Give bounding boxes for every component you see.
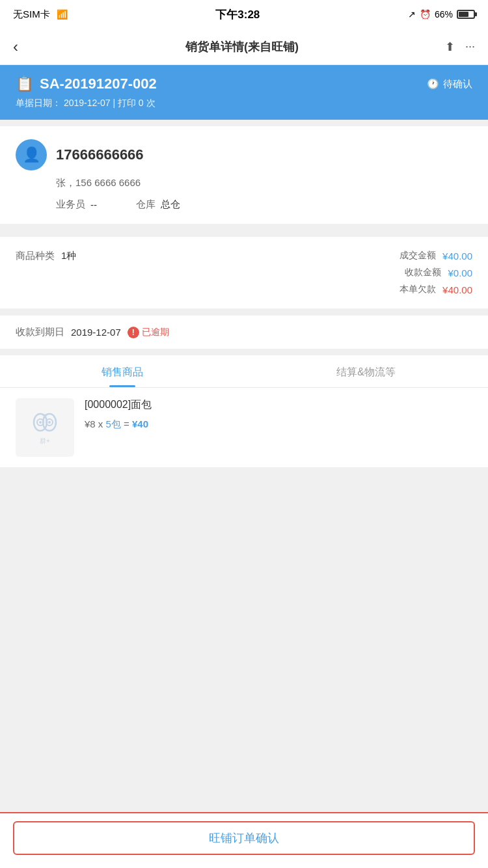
summary-section: 商品种类 1种 成交金额 ¥40.00 收款金额 ¥0.00 本单欠款 ¥40.…	[0, 237, 488, 308]
warehouse-label: 仓库	[136, 198, 156, 211]
status-left: 无SIM卡 📶	[13, 8, 68, 21]
wifi-icon: 📶	[57, 9, 68, 20]
balance-row: 本单欠款 ¥40.00	[400, 284, 472, 295]
qty-value: 5包	[106, 418, 121, 429]
customer-row: 👤 17666666666	[16, 139, 472, 170]
product-types-value: 1种	[61, 250, 76, 262]
total-value: ¥40	[132, 418, 148, 429]
order-id-row: 📋 SA-20191207-002 🕐 待确认	[16, 75, 472, 92]
order-date: 单据日期： 2019-12-07 | 打印 0 次	[16, 98, 472, 109]
price-value: ¥8	[85, 418, 96, 429]
content-area	[0, 467, 488, 610]
page-title: 销货单详情(来自旺铺)	[185, 39, 299, 55]
status-bar: 无SIM卡 📶 下午3:28 ↗ ⏰ 66%	[0, 0, 488, 29]
summary-left: 商品种类 1种	[16, 250, 76, 262]
summary-right: 成交金额 ¥40.00 收款金额 ¥0.00 本单欠款 ¥40.00	[400, 250, 472, 295]
alarm-icon: ⏰	[420, 9, 431, 20]
due-date-section: 收款到期日 2019-12-07 ! 已逾期	[0, 316, 488, 349]
order-id: 📋 SA-20191207-002	[16, 75, 157, 92]
tab-settlement[interactable]: 结算&物流等	[244, 355, 488, 387]
received-amount-row: 收款金额 ¥0.00	[405, 267, 472, 278]
brand-label: 群+	[40, 437, 50, 446]
deal-amount-label: 成交金额	[400, 250, 436, 262]
svg-point-4	[39, 421, 42, 424]
order-banner: 📋 SA-20191207-002 🕐 待确认 单据日期： 2019-12-07…	[0, 65, 488, 120]
divider-1	[0, 224, 488, 230]
overdue-icon: !	[128, 327, 139, 338]
tab-products[interactable]: 销售商品	[0, 355, 244, 387]
status-right: ↗ ⏰ 66%	[408, 9, 475, 20]
customer-meta: 业务员 -- 仓库 总仓	[56, 198, 472, 211]
status-clock-icon: 🕐	[427, 78, 439, 90]
received-label: 收款金额	[405, 267, 441, 278]
battery-icon	[457, 10, 475, 19]
salesman-value: --	[90, 199, 97, 210]
bottom-bar: 旺铺订单确认	[0, 812, 488, 868]
owl-logo-icon	[29, 409, 61, 435]
confirm-button[interactable]: 旺铺订单确认	[13, 821, 475, 855]
salesman-label: 业务员	[56, 198, 85, 211]
warehouse-item: 仓库 总仓	[136, 198, 180, 211]
status-time: 下午3:28	[215, 7, 260, 22]
nav-bar: ‹ 销货单详情(来自旺铺) ⬆ ···	[0, 29, 488, 65]
product-thumbnail: 群+	[16, 398, 74, 457]
product-item: 群+ [0000002]面包 ¥8 x 5包 = ¥40	[16, 398, 472, 457]
overdue-text: 已逾期	[142, 327, 169, 338]
received-value: ¥0.00	[448, 267, 472, 278]
order-id-icon: 📋	[16, 75, 33, 92]
customer-section: 👤 17666666666 张，156 6666 6666 业务员 -- 仓库 …	[0, 126, 488, 224]
product-types-row: 商品种类 1种	[16, 250, 76, 262]
balance-label: 本单欠款	[400, 284, 436, 295]
product-types-label: 商品种类	[16, 250, 55, 262]
balance-value: ¥40.00	[442, 284, 472, 295]
product-list: 群+ [0000002]面包 ¥8 x 5包 = ¥40	[0, 388, 488, 467]
carrier-label: 无SIM卡	[13, 8, 50, 21]
avatar: 👤	[16, 139, 47, 170]
warehouse-value: 总仓	[161, 198, 180, 211]
due-date-label: 收款到期日	[16, 326, 64, 338]
overdue-badge: ! 已逾期	[128, 327, 169, 338]
tab-section: 销售商品 结算&物流等 群+	[0, 355, 488, 467]
svg-point-5	[48, 421, 51, 424]
product-info: [0000002]面包 ¥8 x 5包 = ¥40	[85, 398, 472, 431]
order-status: 🕐 待确认	[427, 78, 472, 90]
more-button[interactable]: ···	[465, 40, 475, 53]
customer-phone: 17666666666	[56, 146, 144, 163]
deal-amount-row: 成交金额 ¥40.00	[400, 250, 472, 262]
due-date-value: 2019-12-07	[71, 327, 121, 338]
share-button[interactable]: ⬆	[445, 40, 455, 54]
deal-amount-value: ¥40.00	[442, 251, 472, 262]
divider-2	[0, 308, 488, 309]
product-thumb-inner: 群+	[29, 409, 61, 446]
location-icon: ↗	[408, 9, 416, 20]
product-price: ¥8 x 5包 = ¥40	[85, 418, 472, 431]
customer-name: 张，156 6666 6666	[56, 177, 472, 189]
product-name: [0000002]面包	[85, 398, 472, 412]
back-button[interactable]: ‹	[13, 38, 39, 56]
salesman-item: 业务员 --	[56, 198, 97, 211]
battery-percent: 66%	[435, 9, 453, 20]
nav-actions: ⬆ ···	[445, 40, 475, 54]
multiply-icon: x	[98, 418, 106, 429]
equals-sign: =	[124, 418, 132, 429]
order-status-text: 待确认	[443, 78, 472, 90]
order-id-text: SA-20191207-002	[40, 75, 157, 92]
tab-bar: 销售商品 结算&物流等	[0, 355, 488, 388]
